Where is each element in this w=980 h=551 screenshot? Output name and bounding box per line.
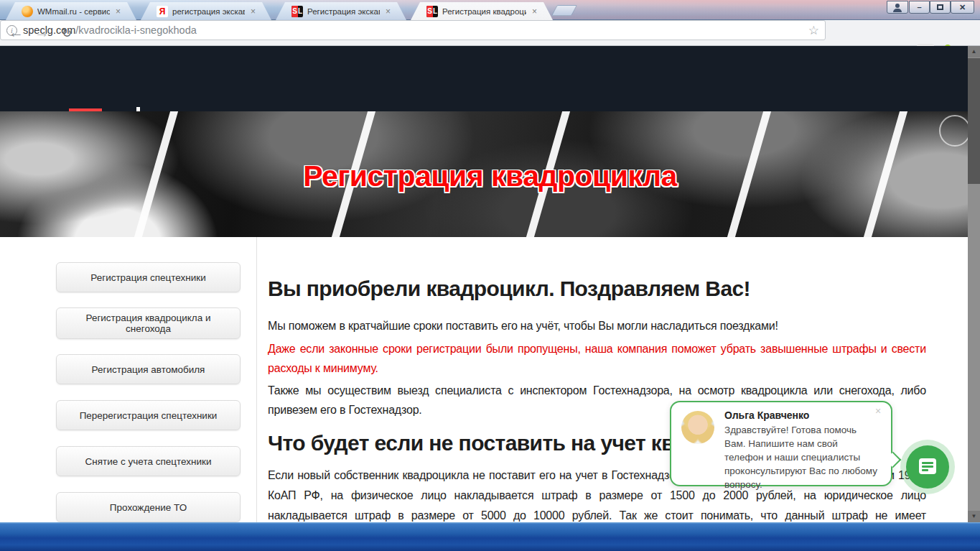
- tab-close-icon[interactable]: ×: [114, 6, 122, 17]
- yandex-favicon-icon: Я: [157, 6, 168, 17]
- back-button[interactable]: ←: [9, 22, 24, 42]
- scroll-down-icon[interactable]: ▼: [968, 511, 980, 522]
- tab-registration-excavator[interactable]: Регистрация экскаватор ×: [276, 2, 406, 20]
- sl-favicon-icon: [291, 6, 303, 17]
- tab-wmmail[interactable]: WMmail.ru - сервис поч ×: [6, 2, 136, 20]
- window-close-button[interactable]: ✕: [951, 1, 974, 14]
- carousel-next-icon[interactable]: [939, 115, 971, 147]
- article-paragraph-red: Даже если законные сроки регистрации был…: [268, 339, 926, 378]
- tab-yandex-search[interactable]: Я регистрация экскаватор ×: [141, 2, 271, 20]
- article-paragraph-1: Мы поможем в кратчайшие сроки поставить …: [268, 316, 926, 335]
- sidebar-item-snyatie-s-ucheta[interactable]: Снятие с учета спецтехники: [56, 446, 241, 476]
- site-header: S L +7 (495) 928 50 00 Услуги Разрешения…: [0, 46, 980, 111]
- tab-title: регистрация экскаватор: [172, 7, 245, 16]
- browser-tab-strip: WMmail.ru - сервис поч × Я регистрация э…: [0, 0, 980, 20]
- new-tab-button[interactable]: [551, 5, 577, 16]
- window-minimize-button[interactable]: –: [909, 1, 930, 14]
- browser-toolbar: ← → ↻ i speclg.com /kvadrocikla-i-snegok…: [0, 20, 980, 46]
- window-maximize-button[interactable]: [930, 1, 951, 14]
- article-heading-1: Вы приобрели квадроцикл. Поздравляем Вас…: [268, 277, 928, 301]
- sidebar-item-pereregistraciya[interactable]: Перерегистрация спецтехники: [56, 400, 241, 430]
- avatar-icon: [895, 4, 900, 8]
- address-bar[interactable]: i speclg.com /kvadrocikla-i-snegokhoda ☆: [0, 20, 826, 40]
- chat-operator-name: Ольга Кравченко: [724, 409, 809, 421]
- sidebar-item-registraciya-kvadrocikla[interactable]: Регистрация квадроцикла и снегохода: [56, 307, 241, 339]
- sidebar-item-prohozhdenie-to[interactable]: Прохождение ТО: [56, 492, 241, 522]
- page-scrollbar[interactable]: ▲ ▼: [968, 46, 980, 522]
- scrollbar-thumb[interactable]: [968, 58, 980, 184]
- page-title: Регистрация квадроцикла: [0, 159, 980, 193]
- bookmark-star-icon[interactable]: ☆: [808, 23, 819, 38]
- url-path: /kvadrocikla-i-snegokhoda: [75, 24, 808, 36]
- tab-registration-kvadrocikl-active[interactable]: Регистрация квадроцик ×: [411, 2, 553, 20]
- chat-operator-avatar: [681, 411, 714, 444]
- tab-close-icon[interactable]: ×: [384, 6, 392, 17]
- profile-avatar-button[interactable]: [887, 1, 908, 14]
- tab-title: WMmail.ru - сервис поч: [37, 7, 110, 16]
- sidebar-item-registraciya-spectehniki[interactable]: Регистрация спецтехники: [56, 262, 241, 292]
- tab-close-icon[interactable]: ×: [249, 6, 257, 17]
- windows-taskbar: [0, 522, 980, 551]
- tab-title: Регистрация экскаватор: [307, 7, 380, 16]
- chat-message-text: Здравствуйте! Готова помочь Вам. Напишит…: [724, 423, 879, 491]
- chat-open-button[interactable]: [906, 445, 949, 489]
- reload-button[interactable]: ↻: [62, 24, 72, 44]
- chat-close-icon[interactable]: ×: [875, 405, 881, 417]
- maximize-icon: [937, 4, 943, 10]
- forward-button[interactable]: →: [34, 22, 50, 42]
- chat-note-icon: [919, 458, 936, 474]
- wmmail-favicon-icon: [22, 6, 33, 17]
- sidebar-item-registraciya-avtomobilya[interactable]: Регистрация автомобиля: [56, 354, 241, 384]
- sidebar-divider: [256, 237, 257, 551]
- screen: WMmail.ru - сервис поч × Я регистрация э…: [0, 0, 980, 551]
- tab-title: Регистрация квадроцик: [442, 7, 526, 16]
- sl-favicon-icon: [426, 6, 438, 17]
- tab-close-icon[interactable]: ×: [531, 6, 538, 17]
- scroll-up-icon[interactable]: ▲: [968, 46, 980, 57]
